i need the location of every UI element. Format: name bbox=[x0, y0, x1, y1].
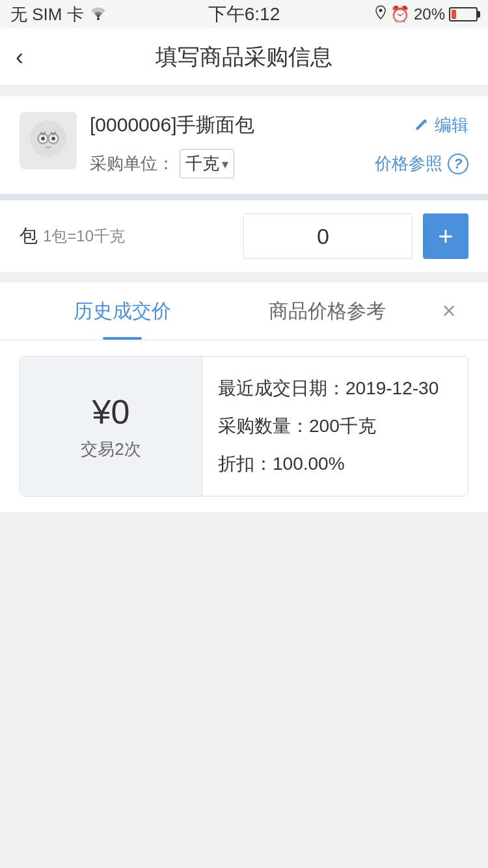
quantity-label-text: 采购数量： bbox=[218, 416, 309, 436]
status-right: ⏰ 20% bbox=[375, 5, 478, 23]
battery-text: 20% bbox=[414, 5, 445, 23]
battery-icon bbox=[449, 7, 478, 21]
history-discount: 折扣：100.00% bbox=[218, 450, 452, 478]
svg-point-8 bbox=[51, 137, 55, 141]
svg-point-7 bbox=[41, 137, 45, 141]
product-card: [0000006]手撕面包 编辑 采购单位： 千克 ▾ bbox=[0, 96, 488, 194]
edit-label: 编辑 bbox=[435, 114, 468, 137]
recent-date-value: 2019-12-30 bbox=[346, 378, 439, 398]
history-recent-date: 最近成交日期：2019-12-30 bbox=[218, 375, 452, 402]
tab-reference[interactable]: 商品价格参考 bbox=[224, 282, 429, 340]
unit-dropdown-arrow: ▾ bbox=[222, 156, 228, 172]
history-right: 最近成交日期：2019-12-30 采购数量：200千克 折扣：100.00% bbox=[202, 357, 468, 496]
tab-history-underline bbox=[103, 337, 142, 340]
plus-icon: + bbox=[438, 222, 453, 251]
history-quantity: 采购数量：200千克 bbox=[218, 413, 452, 440]
bottom-space bbox=[0, 512, 488, 868]
product-info: [0000006]手撕面包 编辑 采购单位： 千克 ▾ bbox=[90, 112, 468, 178]
price-ref-icon-text: ? bbox=[454, 156, 462, 172]
history-card: ¥0 交易2次 最近成交日期：2019-12-30 采购数量：200千克 折扣：… bbox=[20, 356, 468, 496]
product-unit-row: 采购单位： 千克 ▾ 价格参照 ? bbox=[90, 149, 468, 178]
discount-label: 折扣： bbox=[218, 454, 273, 474]
recent-date-label: 最近成交日期： bbox=[218, 378, 346, 398]
status-bar: 无 SIM 卡 下午6:12 ⏰ 20% bbox=[0, 0, 488, 29]
tab-history[interactable]: 历史成交价 bbox=[20, 282, 224, 340]
wifi-icon bbox=[89, 5, 107, 25]
quantity-input[interactable] bbox=[243, 213, 413, 259]
product-header: [0000006]手撕面包 编辑 采购单位： 千克 ▾ bbox=[20, 112, 468, 178]
nav-bar: ‹ 填写商品采购信息 bbox=[0, 29, 488, 86]
history-transactions: 交易2次 bbox=[81, 438, 141, 461]
carrier-text: 无 SIM 卡 bbox=[10, 3, 84, 26]
tab-reference-label: 商品价格参考 bbox=[269, 298, 386, 325]
location-icon bbox=[375, 5, 386, 23]
unit-label: 采购单位： 千克 ▾ bbox=[90, 149, 234, 178]
price-ref-button[interactable]: 价格参照 ? bbox=[375, 152, 468, 175]
price-ref-icon: ? bbox=[448, 154, 468, 174]
quantity-input-area: + bbox=[138, 213, 468, 259]
tab-close-button[interactable]: × bbox=[429, 292, 468, 331]
svg-point-1 bbox=[379, 9, 382, 12]
quantity-label: 包 1包=10千克 bbox=[20, 224, 125, 249]
quantity-row: 包 1包=10千克 + bbox=[0, 200, 488, 272]
page-title: 填写商品采购信息 bbox=[156, 42, 332, 72]
quantity-unit-label: 包 bbox=[20, 224, 38, 249]
edit-button[interactable]: 编辑 bbox=[414, 114, 468, 137]
gray-separator bbox=[0, 194, 488, 200]
history-price: ¥0 bbox=[92, 392, 130, 431]
battery-fill bbox=[452, 10, 456, 19]
quantity-unit-hint: 1包=10千克 bbox=[43, 226, 125, 247]
history-content: ¥0 交易2次 最近成交日期：2019-12-30 采购数量：200千克 折扣：… bbox=[0, 340, 488, 512]
discount-value: 100.00% bbox=[273, 454, 345, 474]
status-time: 下午6:12 bbox=[208, 2, 280, 27]
tabs-header: 历史成交价 商品价格参考 × bbox=[0, 282, 488, 340]
tab-history-label: 历史成交价 bbox=[74, 298, 171, 325]
alarm-icon: ⏰ bbox=[390, 5, 410, 23]
quantity-plus-button[interactable]: + bbox=[423, 213, 468, 259]
back-button[interactable]: ‹ bbox=[16, 37, 30, 77]
product-title-row: [0000006]手撕面包 编辑 bbox=[90, 112, 468, 139]
unit-label-text: 采购单位： bbox=[90, 152, 174, 175]
quantity-value: 200千克 bbox=[309, 416, 376, 436]
product-image-placeholder bbox=[29, 119, 68, 162]
price-ref-label: 价格参照 bbox=[375, 152, 442, 175]
unit-select[interactable]: 千克 ▾ bbox=[180, 149, 234, 178]
status-carrier: 无 SIM 卡 bbox=[10, 3, 107, 26]
svg-point-0 bbox=[97, 18, 100, 20]
history-left: ¥0 交易2次 bbox=[20, 357, 202, 496]
product-thumbnail bbox=[20, 112, 77, 169]
product-name: [0000006]手撕面包 bbox=[90, 112, 254, 139]
unit-value: 千克 bbox=[185, 152, 219, 175]
tabs-area: 历史成交价 商品价格参考 × bbox=[0, 282, 488, 340]
